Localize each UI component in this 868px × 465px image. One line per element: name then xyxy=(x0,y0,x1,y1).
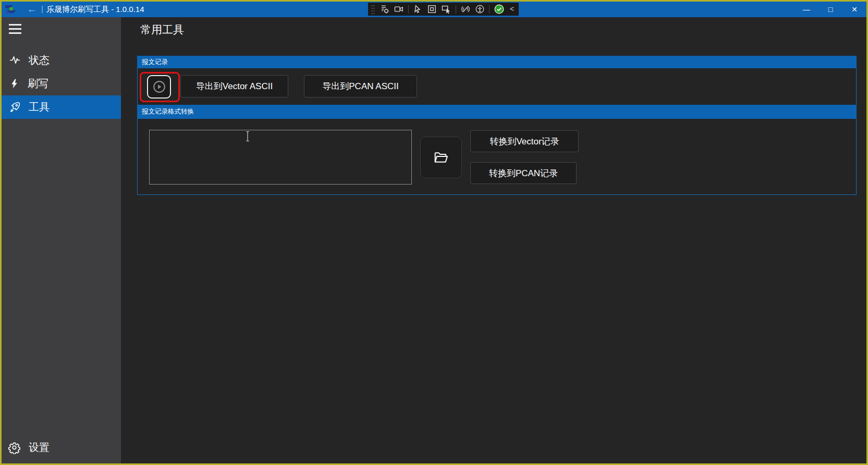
sidebar-item-label: 设置 xyxy=(29,440,50,455)
sidebar-item-label: 状态 xyxy=(29,53,50,67)
check-circle-icon[interactable] xyxy=(494,4,505,15)
flash-icon xyxy=(9,78,20,90)
sidebar-nav: 状态 刷写 工具 xyxy=(2,48,121,119)
app-logo-icon xyxy=(4,3,17,16)
sidebar-item-flash[interactable]: 刷写 xyxy=(2,72,121,95)
record-section-title: 报文记录 xyxy=(142,58,168,67)
close-button[interactable]: ✕ xyxy=(842,2,866,17)
camera-icon[interactable] xyxy=(394,4,404,14)
export-pcan-ascii-button[interactable]: 导出到PCAN ASCII xyxy=(304,75,417,97)
accessibility-icon[interactable] xyxy=(475,4,485,14)
page-title: 常用工具 xyxy=(140,22,184,37)
title-separator: | xyxy=(41,4,43,13)
convert-to-pcan-button[interactable]: 转换到PCAN记录 xyxy=(470,162,577,184)
toolbar-divider xyxy=(456,5,456,14)
title-bar[interactable]: ← | 乐晟博尔刷写工具 - 1.0.0.14 xyxy=(2,2,866,17)
menu-bar xyxy=(9,24,21,26)
toolbar-divider xyxy=(408,5,409,14)
file-path-input[interactable] xyxy=(149,130,412,185)
window-title: 乐晟博尔刷写工具 - 1.0.0.14 xyxy=(46,5,144,15)
record-section-header: 报文记录 xyxy=(137,56,857,68)
sidebar-item-settings[interactable]: 设置 xyxy=(2,436,121,459)
text-cursor-pointer xyxy=(245,131,250,142)
window-frame-icon[interactable] xyxy=(427,4,437,14)
export-vector-ascii-button[interactable]: 导出到Vector ASCII xyxy=(180,75,288,97)
minimize-button[interactable]: — xyxy=(794,2,818,17)
open-folder-icon xyxy=(433,149,449,166)
start-record-button[interactable] xyxy=(147,75,171,99)
menu-toggle-button[interactable] xyxy=(9,24,21,34)
cursor-select-icon[interactable] xyxy=(441,4,451,14)
convert-section-header: 报文记录格式转换 xyxy=(137,105,857,119)
toolbar-divider xyxy=(489,5,490,14)
sidebar-item-label: 刷写 xyxy=(28,77,48,91)
rocket-icon xyxy=(9,101,21,113)
sidebar: 状态 刷写 工具 设置 xyxy=(2,17,121,463)
menu-bar xyxy=(9,28,21,30)
broadcast-off-icon[interactable] xyxy=(460,4,471,14)
annotate-document-icon[interactable] xyxy=(380,4,389,14)
sidebar-item-tools[interactable]: 工具 xyxy=(2,95,121,119)
sidebar-item-label: 工具 xyxy=(29,100,50,114)
collapse-chevron-icon[interactable]: < xyxy=(509,3,514,16)
menu-bar xyxy=(9,32,21,34)
browse-file-button[interactable] xyxy=(420,137,462,178)
app-window: ← | 乐晟博尔刷写工具 - 1.0.0.14 xyxy=(0,0,868,465)
convert-to-vector-button[interactable]: 转换到Vector记录 xyxy=(470,130,579,152)
capture-toolbar[interactable]: < xyxy=(368,3,519,16)
gear-icon xyxy=(8,441,21,454)
play-circle-icon xyxy=(152,80,166,94)
convert-section-title: 报文记录格式转换 xyxy=(142,107,194,116)
back-button[interactable]: ← xyxy=(26,3,38,16)
sidebar-item-status[interactable]: 状态 xyxy=(2,48,121,72)
cursor-icon[interactable] xyxy=(413,4,423,14)
maximize-button[interactable]: □ xyxy=(818,2,842,17)
activity-icon xyxy=(9,54,21,66)
drag-handle[interactable] xyxy=(371,4,375,15)
